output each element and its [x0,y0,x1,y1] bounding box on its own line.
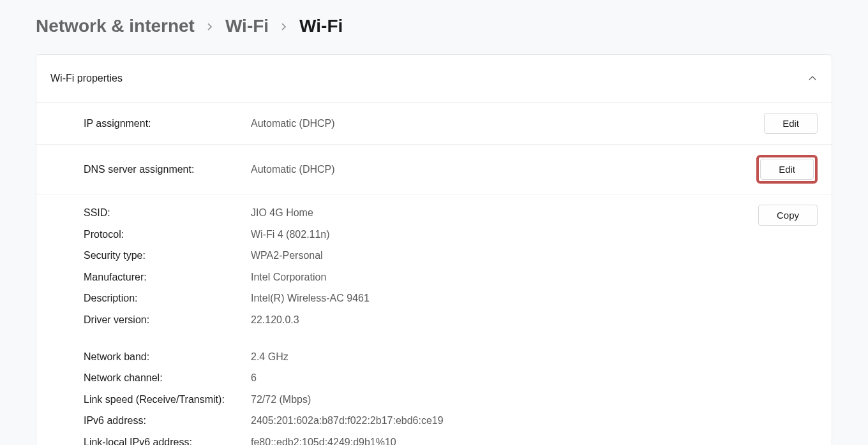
channel-value: 6 [251,370,257,386]
dns-assignment-value: Automatic (DHCP) [251,164,756,175]
wifi-properties-header[interactable]: Wi-Fi properties [36,55,832,103]
ip-assignment-label: IP assignment: [84,118,251,129]
description-label: Description: [84,290,251,307]
copy-button[interactable]: Copy [758,205,818,226]
ip-assignment-value: Automatic (DHCP) [251,118,764,129]
link-local-ipv6-value: fe80::edb2:105d:4249:d9b1%10 [251,434,396,445]
security-value: WPA2-Personal [251,247,323,264]
panel-title: Wi-Fi properties [50,73,123,84]
ipv6-label: IPv6 address: [84,412,251,429]
description-value: Intel(R) Wireless-AC 9461 [251,290,370,307]
security-label: Security type: [84,247,251,264]
breadcrumb-wifi-parent[interactable]: Wi-Fi [225,16,269,36]
chevron-right-icon [206,19,214,34]
band-value: 2.4 GHz [251,349,288,365]
driver-label: Driver version: [84,312,251,328]
ip-assignment-edit-button[interactable]: Edit [764,113,818,134]
ssid-value: JIO 4G Home [251,205,313,221]
wifi-details-block: SSID: JIO 4G Home Protocol: Wi-Fi 4 (802… [36,194,832,445]
link-speed-label: Link speed (Receive/Transmit): [84,391,251,408]
ip-assignment-row: IP assignment: Automatic (DHCP) Edit [36,103,832,145]
dns-assignment-row: DNS server assignment: Automatic (DHCP) … [36,145,832,194]
band-label: Network band: [84,349,251,365]
protocol-label: Protocol: [84,226,251,243]
breadcrumb-current: Wi-Fi [299,16,343,36]
dns-assignment-label: DNS server assignment: [84,164,251,175]
wifi-properties-panel: Wi-Fi properties IP assignment: Automati… [36,54,832,445]
manufacturer-label: Manufacturer: [84,269,251,286]
driver-value: 22.120.0.3 [251,312,299,328]
manufacturer-value: Intel Corporation [251,269,326,286]
link-speed-value: 72/72 (Mbps) [251,391,311,408]
ipv6-value: 2405:201:602a:b87d:f022:2b17:ebd6:ce19 [251,412,444,429]
breadcrumb: Network & internet Wi-Fi Wi-Fi [36,16,832,36]
breadcrumb-network-internet[interactable]: Network & internet [36,16,195,36]
dns-edit-highlight: Edit [756,155,818,184]
dns-assignment-edit-button[interactable]: Edit [760,159,814,180]
protocol-value: Wi-Fi 4 (802.11n) [251,226,330,243]
chevron-up-icon [807,73,818,84]
channel-label: Network channel: [84,370,251,386]
ssid-label: SSID: [84,205,251,221]
link-local-ipv6-label: Link-local IPv6 address: [84,434,251,445]
chevron-right-icon [280,19,288,34]
